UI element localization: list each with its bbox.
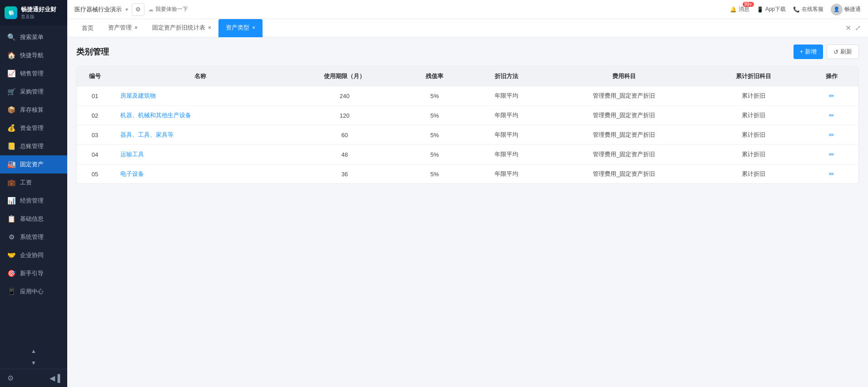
app-edition: 普及版 (21, 14, 56, 20)
tab-label: 资产类型 (226, 24, 249, 32)
edit-icon[interactable]: ✏ (829, 170, 834, 178)
table-cell: 累计折旧 (703, 86, 805, 106)
sidebar-item-inventory[interactable]: 📦 库存核算 (0, 101, 67, 119)
avatar: 👤 (831, 4, 843, 15)
enterprise-icon: 🤝 (7, 251, 15, 259)
tab-close-icon[interactable]: × (252, 25, 255, 31)
sidebar-item-label: 资金管理 (20, 124, 44, 132)
user-menu[interactable]: 👤 畅捷通 (831, 4, 861, 15)
scroll-up-arrow[interactable]: ▲ (30, 347, 37, 355)
topbar-right: 🔔 消息 99+ 📱 App下载 📞 在线客服 👤 畅捷通 (730, 4, 861, 15)
table-cell: 管理费用_固定资产折旧 (546, 106, 703, 125)
sidebar-item-sales[interactable]: 📈 销售管理 (0, 64, 67, 83)
table-row: 02机器、机械和其他生产设备1205%年限平均管理费用_固定资产折旧累计折旧✏ (77, 106, 858, 125)
sidebar-item-fixed-assets[interactable]: 🏭 固定资产 (0, 155, 67, 174)
app-logo: 畅 (5, 6, 17, 19)
close-tab-button[interactable]: ✕ (845, 24, 851, 32)
table-cell: 60 (288, 125, 402, 145)
messages-button[interactable]: 🔔 消息 99+ (730, 5, 749, 13)
table-cell: 03 (77, 125, 113, 145)
sidebar-item-label: 库存核算 (20, 106, 44, 114)
sidebar-item-capital[interactable]: 💰 资金管理 (0, 119, 67, 137)
header-actions: + 新增 ↺ 刷新 (794, 45, 859, 59)
table-cell: 电子设备 (113, 164, 288, 184)
sidebar-item-basic-info[interactable]: 📋 基础信息 (0, 210, 67, 228)
table-row: 05电子设备365%年限平均管理费用_固定资产折旧累计折旧✏ (77, 164, 858, 184)
settings-icon[interactable]: ⚙ (7, 374, 14, 382)
table-cell: 240 (288, 86, 402, 106)
company-settings-button[interactable]: ⚙ (132, 3, 144, 16)
table-row: 03器具、工具、家具等605%年限平均管理费用_固定资产折旧累计折旧✏ (77, 125, 858, 145)
sidebar-item-app-center[interactable]: 📱 应用中心 (0, 283, 67, 301)
sidebar-header: 畅 畅捷通好业财 普及版 (0, 0, 67, 25)
table-cell: 04 (77, 145, 113, 164)
action-cell: ✏ (804, 86, 858, 106)
table-cell: 5% (402, 164, 467, 184)
app-download-button[interactable]: 📱 App下载 (757, 5, 786, 13)
edit-icon[interactable]: ✏ (829, 92, 834, 99)
sidebar-item-newbie[interactable]: 🎯 新手引导 (0, 264, 67, 283)
table-cell: 年限平均 (467, 145, 546, 164)
sidebar-item-system[interactable]: ⚙ 系统管理 (0, 228, 67, 246)
new-button[interactable]: + 新增 (794, 45, 823, 59)
sidebar-item-quick-nav[interactable]: 🏠 快捷导航 (0, 46, 67, 64)
tab-asset-type[interactable]: 资产类型× (218, 19, 263, 37)
sidebar-item-ledger[interactable]: 📒 总账管理 (0, 137, 67, 155)
column-header: 使用期限（月） (288, 67, 402, 86)
sidebar-item-enterprise[interactable]: 🤝 企业协同 (0, 246, 67, 264)
expand-tab-button[interactable]: ⤢ (855, 24, 861, 32)
fixed-assets-icon: 🏭 (7, 160, 15, 169)
customer-service-button[interactable]: 📞 在线客服 (793, 5, 823, 13)
sidebar-item-label: 经营管理 (20, 197, 44, 205)
cloud-icon: ☁ (148, 6, 154, 13)
table-cell: 48 (288, 145, 402, 164)
download-icon: 📱 (757, 6, 764, 13)
topbar: 医疗器械行业演示 ▾ ⚙ ☁ 我要体验一下 🔔 消息 99+ 📱 App下载 📞… (67, 0, 868, 19)
ledger-icon: 📒 (7, 142, 15, 150)
table-cell: 5% (402, 86, 467, 106)
table-cell: 5% (402, 145, 467, 164)
experience-button[interactable]: ☁ 我要体验一下 (148, 5, 188, 13)
bell-icon: 🔔 (730, 6, 737, 13)
tab-depreciation-table[interactable]: 固定资产折旧统计表× (145, 19, 218, 37)
sidebar-item-payroll[interactable]: 💼 工资 (0, 174, 67, 192)
company-dropdown-arrow[interactable]: ▾ (125, 6, 128, 13)
topbar-left: 医疗器械行业演示 ▾ ⚙ ☁ 我要体验一下 (74, 3, 724, 16)
sidebar-item-label: 采购管理 (20, 88, 44, 96)
table-cell: 管理费用_固定资产折旧 (546, 145, 703, 164)
basic-info-icon: 📋 (7, 215, 15, 223)
sidebar-item-label: 基础信息 (20, 215, 44, 223)
newbie-icon: 🎯 (7, 269, 15, 278)
table-cell: 01 (77, 86, 113, 106)
tab-home[interactable]: 首页 (74, 19, 101, 37)
table-cell: 管理费用_固定资产折旧 (546, 164, 703, 184)
refresh-button[interactable]: ↺ 刷新 (827, 45, 859, 59)
sidebar-item-label: 销售管理 (20, 69, 44, 78)
edit-icon[interactable]: ✏ (829, 151, 834, 158)
tab-close-icon[interactable]: × (134, 25, 138, 31)
sidebar-item-label: 系统管理 (20, 233, 44, 241)
column-header: 名称 (113, 67, 288, 86)
sidebar-item-purchase[interactable]: 🛒 采购管理 (0, 83, 67, 101)
column-header: 费用科目 (546, 67, 703, 86)
table-cell: 5% (402, 106, 467, 125)
sidebar-item-search[interactable]: 🔍 搜索菜单 (0, 28, 67, 46)
asset-type-table: 编号名称使用期限（月）残值率折旧方法费用科目累计折旧科目操作 01房屋及建筑物2… (76, 66, 859, 184)
tab-label: 固定资产折旧统计表 (152, 24, 205, 32)
table-cell: 累计折旧 (703, 106, 805, 125)
edit-icon[interactable]: ✏ (829, 112, 834, 119)
sidebar-item-operations[interactable]: 📊 经营管理 (0, 192, 67, 210)
sidebar: 畅 畅捷通好业财 普及版 🔍 搜索菜单 🏠 快捷导航 📈 销售管理 🛒 采购管理… (0, 0, 67, 387)
table-cell: 36 (288, 164, 402, 184)
tabs-right-controls: ✕ ⤢ (845, 24, 861, 32)
edit-icon[interactable]: ✏ (829, 131, 834, 139)
scroll-down-arrow[interactable]: ▼ (30, 359, 37, 367)
action-cell: ✏ (804, 145, 858, 164)
tab-close-icon[interactable]: × (208, 25, 211, 31)
table-cell: 累计折旧 (703, 145, 805, 164)
sidebar-item-label: 工资 (20, 179, 32, 187)
table-cell: 02 (77, 106, 113, 125)
phone-icon: 📞 (793, 6, 800, 13)
tab-asset-mgmt[interactable]: 资产管理× (101, 19, 145, 37)
collapse-icon[interactable]: ◀▐ (50, 374, 60, 382)
